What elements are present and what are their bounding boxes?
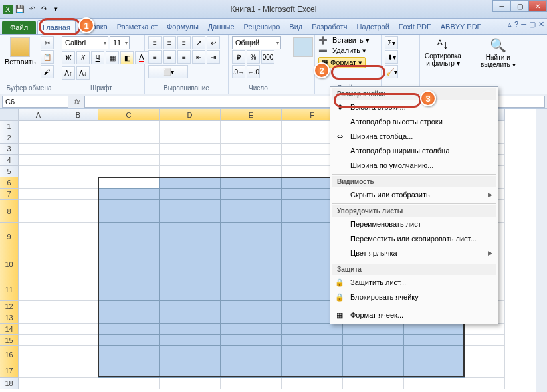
- sort-filter-button[interactable]: ᴬ↓ Сортировка и фильтр ▾: [423, 36, 463, 68]
- cell[interactable]: [343, 335, 404, 346]
- tab-ABBYY PDF[interactable]: ABBYY PDF: [436, 20, 487, 34]
- border-button[interactable]: ▦: [106, 51, 119, 64]
- row-header[interactable]: 7: [0, 189, 19, 200]
- cell[interactable]: [98, 312, 160, 324]
- cell[interactable]: [58, 250, 98, 278]
- row-header[interactable]: 1: [0, 121, 19, 132]
- cell[interactable]: [465, 335, 505, 346]
- cell[interactable]: [160, 177, 221, 189]
- cell[interactable]: [221, 324, 282, 335]
- minimize-button[interactable]: ─: [492, 0, 511, 12]
- cell[interactable]: [98, 363, 160, 378]
- row-header[interactable]: 3: [0, 144, 19, 155]
- help-icon[interactable]: ?: [514, 20, 518, 29]
- cell[interactable]: [221, 144, 282, 155]
- column-header[interactable]: B: [58, 109, 98, 121]
- cell[interactable]: [58, 335, 98, 346]
- cell[interactable]: [98, 155, 160, 166]
- merge-button[interactable]: ⬜▾: [148, 65, 188, 78]
- customize-qat-icon[interactable]: ▾: [51, 4, 61, 15]
- wrap-text-icon[interactable]: ↩: [207, 36, 220, 49]
- row-header[interactable]: 9: [0, 223, 19, 250]
- cell[interactable]: [98, 250, 160, 278]
- cell[interactable]: [98, 278, 160, 301]
- tab-Рецензиро[interactable]: Рецензиро: [239, 20, 285, 34]
- cell[interactable]: [19, 144, 58, 155]
- cell[interactable]: [19, 312, 58, 324]
- cell[interactable]: [58, 324, 98, 335]
- menu-format-cells[interactable]: ▦Формат ячеек...: [332, 308, 496, 322]
- cell[interactable]: [160, 132, 221, 144]
- select-all-corner[interactable]: [0, 109, 19, 121]
- underline-button[interactable]: Ч: [91, 51, 104, 64]
- fill-color-button[interactable]: ◧: [120, 51, 134, 64]
- column-header[interactable]: E: [221, 109, 282, 121]
- cell[interactable]: [19, 346, 58, 363]
- cell[interactable]: [98, 189, 160, 200]
- cell[interactable]: [98, 378, 160, 389]
- comma-icon[interactable]: 000: [261, 50, 274, 64]
- row-header[interactable]: 14: [0, 324, 19, 335]
- column-header[interactable]: D: [160, 109, 221, 121]
- cell[interactable]: [98, 223, 160, 250]
- insert-cells-button[interactable]: ➕ Вставить ▾: [318, 36, 370, 45]
- cell[interactable]: [160, 363, 221, 378]
- cell[interactable]: [221, 346, 282, 363]
- cell[interactable]: [221, 223, 282, 250]
- cell[interactable]: [98, 335, 160, 346]
- cell[interactable]: [19, 166, 58, 177]
- cell[interactable]: [160, 166, 221, 177]
- bold-button[interactable]: Ж: [62, 51, 75, 64]
- undo-icon[interactable]: ↶: [27, 4, 37, 15]
- copy-icon[interactable]: 📋: [41, 50, 54, 64]
- fx-icon[interactable]: fx: [70, 98, 84, 106]
- align-left-icon[interactable]: ≡: [148, 50, 162, 64]
- number-format-combo[interactable]: Общий: [232, 36, 281, 49]
- cell[interactable]: [19, 378, 58, 389]
- cell[interactable]: [19, 177, 58, 189]
- cell[interactable]: [98, 132, 160, 144]
- cell[interactable]: [19, 223, 58, 250]
- cell[interactable]: [58, 166, 98, 177]
- fill-icon[interactable]: ⬇▾: [385, 50, 398, 64]
- find-select-button[interactable]: 🔍 Найти и выделить ▾: [479, 36, 517, 70]
- mdi-restore-icon[interactable]: ▢: [529, 20, 536, 29]
- increase-decimal-icon[interactable]: .0→: [232, 65, 245, 78]
- cell[interactable]: [19, 132, 58, 144]
- row-header[interactable]: 4: [0, 155, 19, 166]
- cell[interactable]: [404, 335, 465, 346]
- cell[interactable]: [160, 312, 221, 324]
- cell[interactable]: [343, 346, 404, 363]
- row-header[interactable]: 8: [0, 200, 19, 223]
- cell[interactable]: [98, 144, 160, 155]
- cell[interactable]: [343, 363, 404, 378]
- row-header[interactable]: 10: [0, 250, 19, 278]
- cell[interactable]: [160, 278, 221, 301]
- styles-button[interactable]: [292, 36, 314, 58]
- cell[interactable]: [19, 200, 58, 223]
- cell[interactable]: [58, 278, 98, 301]
- redo-icon[interactable]: ↷: [39, 4, 49, 15]
- cell[interactable]: [404, 363, 465, 378]
- row-header[interactable]: 17: [0, 363, 19, 378]
- cell[interactable]: [98, 346, 160, 363]
- cell[interactable]: [58, 189, 98, 200]
- cell[interactable]: [404, 378, 465, 389]
- cell[interactable]: [221, 312, 282, 324]
- name-box[interactable]: C6: [2, 96, 68, 108]
- orientation-icon[interactable]: ⤢: [192, 36, 205, 49]
- cell[interactable]: [343, 378, 404, 389]
- cell[interactable]: [58, 121, 98, 132]
- cell[interactable]: [221, 278, 282, 301]
- menu-default-width[interactable]: Ширина по умолчанию...: [332, 158, 496, 173]
- cell[interactable]: [160, 155, 221, 166]
- column-header[interactable]: C: [98, 109, 160, 121]
- row-header[interactable]: 13: [0, 312, 19, 324]
- menu-autofit-row[interactable]: Автоподбор высоты строки: [332, 114, 496, 129]
- cell[interactable]: [221, 189, 282, 200]
- cell[interactable]: [221, 335, 282, 346]
- cell[interactable]: [160, 189, 221, 200]
- menu-tab-color[interactable]: Цвет ярлычка▶: [332, 246, 496, 260]
- cell[interactable]: [98, 177, 160, 189]
- cell[interactable]: [465, 363, 505, 378]
